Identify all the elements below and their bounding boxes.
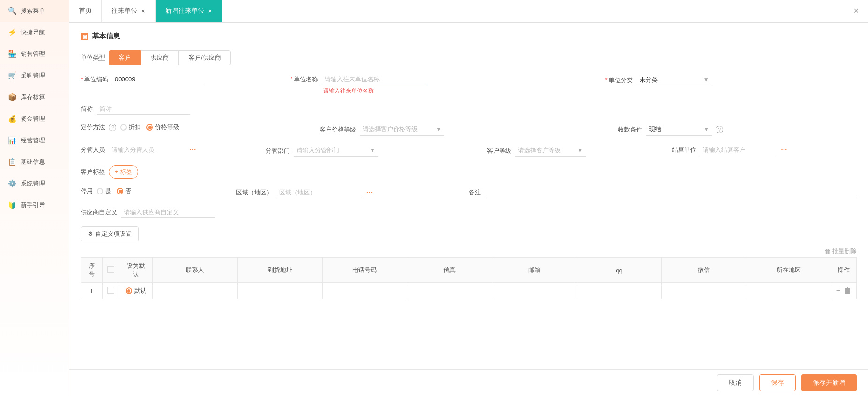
area-input[interactable] <box>751 287 826 295</box>
settlement-more-btn[interactable]: ··· <box>779 146 789 154</box>
supplier-custom-input[interactable] <box>121 207 215 218</box>
settlement-unit-input[interactable] <box>700 144 775 155</box>
wechat-input[interactable] <box>666 287 741 295</box>
row-contact[interactable] <box>153 283 238 299</box>
tab-new-partner[interactable]: 新增往来单位 × <box>156 0 223 22</box>
remark-input[interactable] <box>485 187 857 198</box>
settlement-unit-field: 结算单位 ··· <box>672 144 857 155</box>
payment-help-icon[interactable]: ? <box>716 126 723 133</box>
sidebar-item-guide[interactable]: 🔰 新手引导 <box>0 194 69 216</box>
remark-field: 备注 <box>469 187 857 198</box>
tab-new-partner-close[interactable]: × <box>207 8 213 15</box>
sidebar-label-quick-nav: 快捷导航 <box>21 28 45 37</box>
sidebar-item-operations[interactable]: 📊 经营管理 <box>0 130 69 151</box>
short-name-label: 简称 <box>81 105 93 113</box>
manager-label: 分管人员 <box>81 146 105 154</box>
add-tag-button[interactable]: + 标签 <box>109 165 138 179</box>
payment-terms-select[interactable]: 现结 ▼ <box>646 123 712 136</box>
system-icon: ⚙️ <box>8 179 17 188</box>
department-value: 请输入分管部门 <box>297 146 368 155</box>
cancel-button[interactable]: 取消 <box>717 374 754 391</box>
radio-default[interactable]: 默认 <box>124 287 148 295</box>
th-area: 所在地区 <box>746 258 831 283</box>
sidebar-item-search[interactable]: 🔍 搜索菜单 <box>0 0 69 22</box>
batch-delete-button[interactable]: 🗑 批量删除 <box>824 247 857 256</box>
unit-name-error: 请输入往来单位名称 <box>323 87 374 95</box>
type-btn-both[interactable]: 客户/供应商 <box>179 50 231 65</box>
unit-code-input[interactable] <box>112 74 206 85</box>
row-area[interactable] <box>746 283 831 299</box>
row-address[interactable] <box>237 283 322 299</box>
type-btn-customer[interactable]: 客户 <box>109 50 141 65</box>
row-action-btns: + 🗑 <box>836 287 852 295</box>
save-and-new-button[interactable]: 保存并新增 <box>801 374 857 391</box>
disabled-label: 停用 <box>81 187 93 195</box>
customer-level-select[interactable]: 请选择客户等级 ▼ <box>515 144 586 157</box>
row-action: + 🗑 <box>831 283 856 299</box>
address-input[interactable] <box>243 287 318 295</box>
search-icon: 🔍 <box>8 6 17 16</box>
customer-price-level-select[interactable]: 请选择客户价格等级 ▼ <box>360 123 444 136</box>
custom-settings-button[interactable]: ⚙ 自定义项设置 <box>81 226 139 241</box>
sidebar-item-sales[interactable]: 🏪 销售管理 <box>0 43 69 65</box>
tab-home[interactable]: 首页 <box>69 0 102 22</box>
row-qq[interactable] <box>577 283 662 299</box>
tab-partners-close[interactable]: × <box>140 8 146 15</box>
unit-category-select[interactable]: 未分类 ▼ <box>637 74 712 86</box>
sidebar-label-search: 搜索菜单 <box>21 7 45 15</box>
sidebar-item-inventory[interactable]: 📦 库存核算 <box>0 86 69 108</box>
row-delete-btn[interactable]: 🗑 <box>844 287 852 295</box>
sidebar-item-quick-nav[interactable]: ⚡ 快捷导航 <box>0 22 69 43</box>
radio-default-label: 默认 <box>134 287 146 295</box>
unit-type-label: 单位类型 <box>81 54 105 62</box>
row-email[interactable] <box>492 283 577 299</box>
short-name-row: 简称 <box>81 103 857 115</box>
short-name-input[interactable] <box>97 103 190 115</box>
row-wechat[interactable] <box>662 283 746 299</box>
main-area: 首页 往来单位 × 新增往来单位 × × ▣ 基本信息 单位类型 客户 供应商 … <box>69 0 868 396</box>
select-all-checkbox[interactable] <box>107 266 114 273</box>
sidebar-item-finance[interactable]: 💰 资金管理 <box>0 108 69 130</box>
manager-row: 分管人员 ··· 分管部门 请输入分管部门 ▼ 客户等级 请选择客户等级 ▼ <box>81 144 857 157</box>
sidebar-item-purchase[interactable]: 🛒 采购管理 <box>0 65 69 86</box>
region-input[interactable] <box>276 187 361 198</box>
row-select-checkbox[interactable] <box>107 287 114 294</box>
row-add-btn[interactable]: + <box>836 287 840 295</box>
manager-more-btn[interactable]: ··· <box>188 146 198 154</box>
pricing-help-icon[interactable]: ? <box>109 124 116 131</box>
delete-icon: 🗑 <box>824 248 830 255</box>
email-input[interactable] <box>497 287 572 295</box>
contact-input[interactable] <box>158 287 233 295</box>
settlement-unit-label: 结算单位 <box>672 146 696 154</box>
customer-price-level-field: 客户价格等级 请选择客户价格等级 ▼ <box>320 123 618 136</box>
radio-discount[interactable]: 折扣 <box>120 123 141 132</box>
batch-delete-label: 批量删除 <box>832 247 857 256</box>
qq-input[interactable] <box>582 287 657 295</box>
sidebar-item-basic-info[interactable]: 📋 基础信息 <box>0 151 69 173</box>
radio-yes[interactable]: 是 <box>97 187 111 195</box>
radio-no[interactable]: 否 <box>117 187 131 195</box>
th-address: 到货地址 <box>237 258 322 283</box>
manager-input[interactable] <box>109 144 184 155</box>
th-fax: 传真 <box>407 258 492 283</box>
phone-input[interactable] <box>327 287 403 295</box>
quick-nav-icon: ⚡ <box>8 28 17 37</box>
sidebar-label-sales: 销售管理 <box>21 50 45 58</box>
fax-input[interactable] <box>412 287 487 295</box>
radio-price-level[interactable]: 价格等级 <box>146 123 179 132</box>
th-contact: 联系人 <box>153 258 238 283</box>
tab-partners[interactable]: 往来单位 × <box>102 0 156 22</box>
unit-name-input[interactable] <box>322 74 425 85</box>
type-btn-supplier[interactable]: 供应商 <box>141 50 179 65</box>
sidebar-item-system[interactable]: ⚙️ 系统管理 <box>0 173 69 194</box>
row-checkbox[interactable] <box>103 283 119 299</box>
save-button[interactable]: 保存 <box>759 374 796 391</box>
region-more-btn[interactable]: ··· <box>365 188 374 197</box>
window-close-button[interactable]: × <box>844 6 868 16</box>
remark-label: 备注 <box>469 188 481 197</box>
department-select[interactable]: 请输入分管部门 ▼ <box>294 144 378 157</box>
row-phone[interactable] <box>322 283 407 299</box>
row-fax[interactable] <box>407 283 492 299</box>
section-title-text: 基本信息 <box>92 32 120 41</box>
chevron-down-icon-3: ▼ <box>703 126 709 132</box>
